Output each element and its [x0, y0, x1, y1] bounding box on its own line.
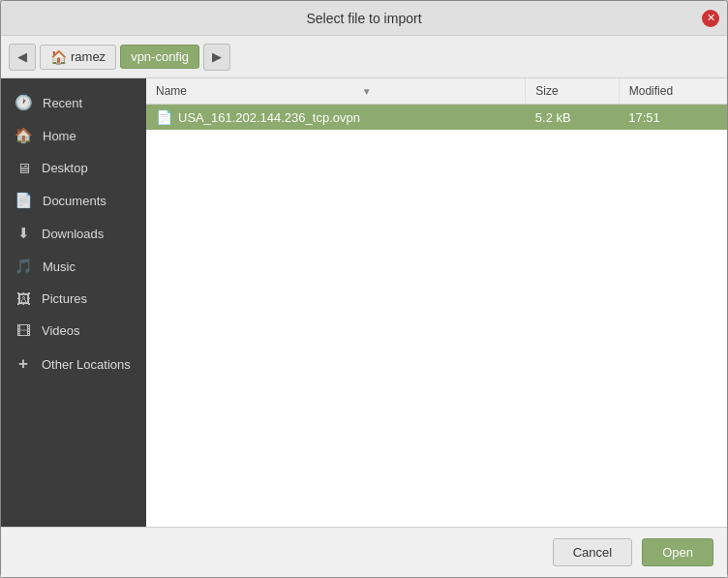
table-header-row: Name ▼ Size Modified: [146, 78, 727, 105]
sidebar-item-other-locations[interactable]: + Other Locations: [1, 347, 146, 381]
sidebar-item-pictures[interactable]: 🖼 Pictures: [1, 283, 146, 315]
file-type-icon: 📄: [156, 109, 172, 125]
file-name-cell: 📄 USA_161.202.144.236_tcp.ovpn: [146, 105, 526, 131]
sidebar-item-music[interactable]: 🎵 Music: [1, 250, 146, 283]
home-sidebar-icon: 🏠: [15, 127, 33, 144]
file-name-label: USA_161.202.144.236_tcp.ovpn: [178, 110, 360, 125]
sidebar: 🕐 Recent 🏠 Home 🖥 Desktop 📄 Documents ⬇ …: [1, 78, 146, 527]
titlebar: Select file to import ✕: [1, 1, 727, 36]
sidebar-item-home[interactable]: 🏠 Home: [1, 119, 146, 152]
footer: Cancel Open: [1, 527, 727, 577]
sidebar-item-documents[interactable]: 📄 Documents: [1, 184, 146, 217]
breadcrumb-vpn-label: vpn-config: [131, 49, 189, 64]
sidebar-item-downloads[interactable]: ⬇ Downloads: [1, 217, 146, 250]
pictures-icon: 🖼: [15, 290, 32, 307]
column-name-header[interactable]: Name ▼: [146, 78, 526, 105]
breadcrumb-vpn-config[interactable]: vpn-config: [120, 45, 199, 69]
sidebar-item-music-label: Music: [43, 259, 76, 274]
dialog-title: Select file to import: [306, 11, 421, 26]
music-icon: 🎵: [15, 258, 33, 275]
sidebar-item-documents-label: Documents: [43, 194, 106, 208]
desktop-icon: 🖥: [15, 160, 32, 176]
sidebar-item-other-locations-label: Other Locations: [42, 357, 131, 372]
sort-arrow-icon: ▼: [362, 86, 372, 97]
sidebar-item-videos-label: Videos: [42, 323, 80, 338]
close-button[interactable]: ✕: [702, 10, 719, 27]
column-modified-header[interactable]: Modified: [619, 78, 727, 105]
plus-icon: +: [15, 354, 32, 374]
breadcrumb-ramez-label: ramez: [71, 49, 106, 64]
sidebar-item-downloads-label: Downloads: [42, 227, 104, 241]
content-area: 🕐 Recent 🏠 Home 🖥 Desktop 📄 Documents ⬇ …: [1, 78, 727, 527]
table-row[interactable]: 📄 USA_161.202.144.236_tcp.ovpn 5.2 kB 17…: [146, 105, 727, 131]
main-pane: Name ▼ Size Modified 📄 USA_161.: [146, 78, 727, 527]
open-button[interactable]: Open: [642, 538, 713, 566]
file-modified-cell: 17:51: [619, 105, 727, 131]
sidebar-item-desktop-label: Desktop: [42, 161, 88, 175]
back-button[interactable]: ◀: [9, 44, 36, 71]
breadcrumb-ramez[interactable]: 🏠 ramez: [40, 45, 116, 70]
sidebar-item-recent[interactable]: 🕐 Recent: [1, 86, 146, 119]
file-import-dialog: Select file to import ✕ ◀ 🏠 ramez vpn-co…: [0, 0, 728, 578]
toolbar: ◀ 🏠 ramez vpn-config ▶: [1, 36, 727, 78]
cancel-button[interactable]: Cancel: [553, 538, 632, 566]
documents-icon: 📄: [15, 192, 33, 209]
sidebar-item-videos[interactable]: 🎞 Videos: [1, 315, 146, 347]
forward-button[interactable]: ▶: [203, 44, 230, 71]
downloads-icon: ⬇: [15, 225, 32, 242]
home-icon: 🏠: [50, 49, 67, 65]
sidebar-item-desktop[interactable]: 🖥 Desktop: [1, 152, 146, 184]
sidebar-item-pictures-label: Pictures: [42, 291, 87, 306]
sidebar-item-home-label: Home: [43, 129, 76, 143]
recent-icon: 🕐: [15, 94, 33, 111]
sidebar-item-recent-label: Recent: [43, 96, 82, 110]
column-size-header[interactable]: Size: [526, 78, 619, 105]
file-size-cell: 5.2 kB: [526, 105, 619, 131]
file-table: Name ▼ Size Modified 📄 USA_161.: [146, 78, 727, 130]
videos-icon: 🎞: [15, 322, 32, 339]
